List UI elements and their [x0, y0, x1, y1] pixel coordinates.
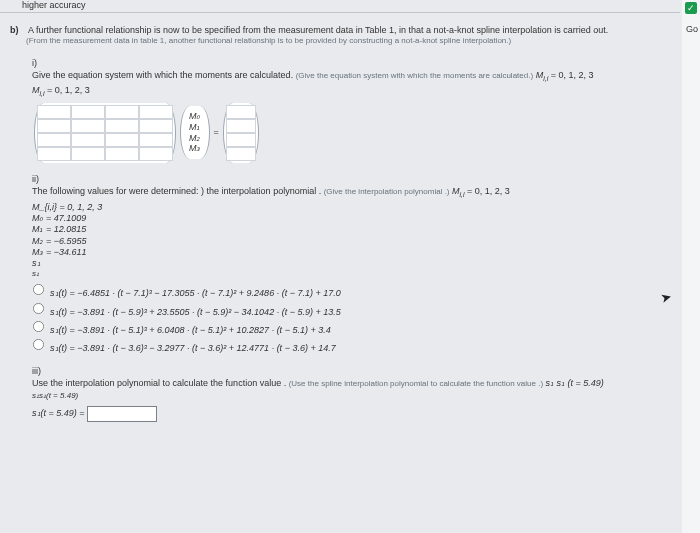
matrix-cell[interactable] — [71, 147, 105, 161]
matrix-cell[interactable] — [37, 147, 71, 161]
question-i: i) Give the equation system with which t… — [10, 57, 670, 163]
option-row[interactable]: s₁(t) = −3.891 · (t − 5.1)³ + 6.0408 · (… — [32, 319, 654, 337]
mvec-0: M₀ — [189, 111, 201, 122]
q-iii-text: Use the interpolation polynomial to calc… — [32, 378, 286, 388]
q-ii-hint: (Give the interpolation polynomial .) — [324, 187, 450, 196]
check-icon: ✓ — [685, 2, 697, 14]
matrix-cell[interactable] — [105, 147, 139, 161]
header-crop-text: higher accuracy — [22, 0, 86, 10]
q-iii-label: s₁(t = 5.49) = — [32, 408, 85, 418]
val-line: M_{i,i} = 0, 1, 2, 3 — [32, 202, 654, 213]
option-radio[interactable] — [33, 303, 44, 314]
section-b: b) A further functional relationship is … — [10, 24, 670, 47]
q-ii-trail-M: M — [452, 186, 460, 196]
q-i-index: i) — [32, 57, 46, 69]
matrix-cell[interactable] — [37, 119, 71, 133]
given-values: M_{i,i} = 0, 1, 2, 3 M₀ = 47.1009 M₁ = 1… — [32, 202, 654, 280]
q-i-body: Give the equation system with which the … — [32, 69, 654, 162]
matrix-cell[interactable] — [37, 133, 71, 147]
question-iii: iii) Use the interpolation polynomial to… — [10, 365, 670, 422]
q-iii-body: Use the interpolation polynomial to calc… — [32, 377, 654, 422]
q-i-trail-eq: = 0, 1, 2, 3 — [548, 70, 593, 80]
q-ii-trail-eq: = 0, 1, 2, 3 — [465, 186, 510, 196]
option-text: s₁(t) = −3.891 · (t − 5.1)³ + 6.0408 · (… — [50, 324, 331, 336]
matrix-cell[interactable] — [139, 133, 173, 147]
option-radio[interactable] — [33, 321, 44, 332]
q-i-trail2-eq: = 0, 1, 2, 3 — [45, 85, 90, 95]
q-iii-line2: s₁s₁(t = 5.49) — [32, 391, 654, 402]
s1-label-a: s₁ — [32, 258, 654, 269]
q-iii-tail: s₁ s₁ (t = 5.49) — [546, 378, 604, 388]
matrix-cell[interactable] — [71, 133, 105, 147]
matrix-cell[interactable] — [105, 119, 139, 133]
matrix-cell[interactable] — [139, 119, 173, 133]
option-text: s₁(t) = −3.891 · (t − 3.6)³ − 3.2977 · (… — [50, 342, 336, 354]
q-iii-hint: (Use the spline interpolation polynomial… — [289, 379, 543, 388]
q-i-text: Give the equation system with which the … — [32, 70, 293, 80]
mvec-1: M₁ — [189, 122, 201, 133]
option-radio[interactable] — [33, 339, 44, 350]
q-ii-body: The following values for were determined… — [32, 185, 654, 355]
matrix-cell[interactable] — [37, 105, 71, 119]
option-radio[interactable] — [33, 284, 44, 295]
section-b-text: A further functional relationship is now… — [28, 25, 608, 35]
equals-sign: = — [214, 126, 219, 138]
rhs-cell[interactable] — [226, 133, 256, 147]
option-row[interactable]: s₁(t) = −6.4851 · (t − 7.1)³ − 17.3055 ·… — [32, 282, 654, 300]
rhs-cell[interactable] — [226, 105, 256, 119]
val-line: M₃ = −34.611 — [32, 247, 654, 258]
m-vector: M₀ M₁ M₂ M₃ — [180, 106, 210, 159]
answer-input[interactable] — [87, 406, 157, 422]
matrix-cell[interactable] — [105, 105, 139, 119]
matrix-equation: M₀ M₁ M₂ M₃ = — [34, 103, 654, 163]
matrix-cell[interactable] — [71, 105, 105, 119]
option-text: s₁(t) = −3.891 · (t − 5.9)³ + 23.5505 · … — [50, 306, 341, 318]
coeff-matrix — [34, 103, 176, 163]
question-ii: ii) The following values for were determ… — [10, 173, 670, 355]
q-i-hint: (Give the equation system with which the… — [296, 71, 533, 80]
prev-question-tail: higher accuracy — [0, 0, 680, 13]
rhs-cell[interactable] — [226, 119, 256, 133]
s1-label-b: s₁ — [32, 269, 654, 279]
q-ii-index: ii) — [32, 173, 46, 185]
matrix-cell[interactable] — [71, 119, 105, 133]
val-line: M₂ = −6.5955 — [32, 236, 654, 247]
question-content: b) A further functional relationship is … — [0, 16, 680, 533]
rhs-cell[interactable] — [226, 147, 256, 161]
val-line: M₀ = 47.1009 — [32, 213, 654, 224]
val-line: M₁ = 12.0815 — [32, 224, 654, 235]
matrix-cell[interactable] — [139, 105, 173, 119]
options-list: s₁(t) = −6.4851 · (t − 7.1)³ − 17.3055 ·… — [32, 282, 654, 355]
option-text: s₁(t) = −6.4851 · (t − 7.1)³ − 17.3055 ·… — [50, 287, 341, 299]
section-b-label: b) — [10, 24, 26, 36]
matrix-cell[interactable] — [105, 133, 139, 147]
matrix-cell[interactable] — [139, 147, 173, 161]
option-row[interactable]: s₁(t) = −3.891 · (t − 3.6)³ − 3.2977 · (… — [32, 337, 654, 355]
q-iii-index: iii) — [32, 365, 46, 377]
option-row[interactable]: s₁(t) = −3.891 · (t − 5.9)³ + 23.5505 · … — [32, 301, 654, 319]
mvec-2: M₂ — [189, 133, 201, 144]
right-truncated-text: Go — [686, 24, 700, 34]
section-b-subnote: (From the measurement data in table 1, a… — [26, 36, 670, 47]
mvec-3: M₃ — [189, 143, 201, 154]
rhs-vector — [223, 103, 259, 163]
q-ii-lead: The following values for were determined… — [32, 186, 321, 196]
q-i-trail-M: M — [536, 70, 544, 80]
q-i-trail2-M: M — [32, 85, 40, 95]
